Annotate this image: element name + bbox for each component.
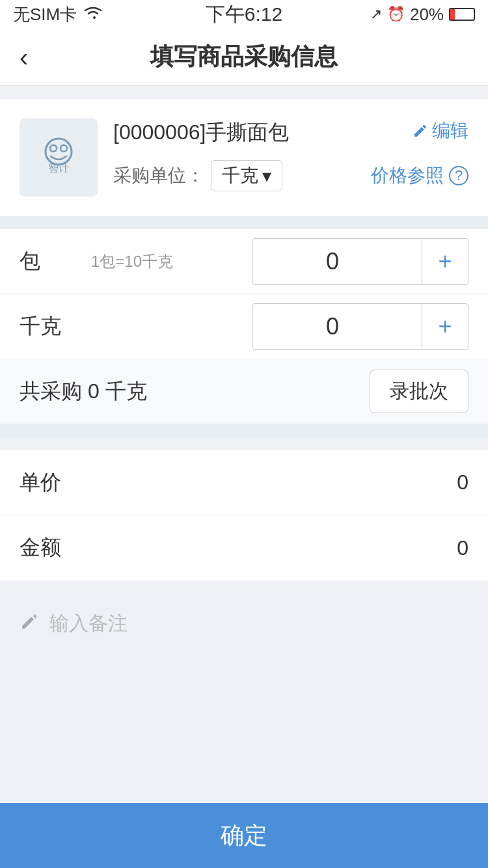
product-header: [0000006]手撕面包 编辑 [113,118,468,147]
total-text: 共采购 0 千克 [20,377,147,406]
price-section: 单价 0 金额 0 [0,450,488,580]
location-icon: ↗ [370,6,382,23]
svg-text:智计: 智计 [48,163,69,174]
alarm-icon: ⏰ [387,6,405,23]
status-bar-right: ↗ ⏰ 20% [370,5,475,25]
wifi-icon [83,5,103,25]
kg-label: 千克 [20,312,85,341]
svg-point-2 [61,145,67,152]
confirm-button[interactable]: 确定 [0,803,488,868]
unit-price-row: 单价 0 [0,450,488,515]
bao-sublabel: 1包=10千克 [91,251,252,272]
kg-row: 千克 + [0,294,488,359]
status-bar: 无SIM卡 下午6:12 ↗ ⏰ 20% [0,0,488,29]
status-bar-left: 无SIM卡 [13,3,103,26]
carrier-text: 无SIM卡 [13,3,77,26]
note-placeholder: 输入备注 [49,610,128,637]
batch-button[interactable]: 录批次 [370,370,468,413]
bao-input-wrap: + [252,238,468,285]
product-image: 智计 [20,118,98,197]
unit-price-value: 0 [457,470,468,495]
nav-bar: ‹ 填写商品采购信息 [0,29,488,86]
product-logo: 智计 [33,135,85,180]
battery-percent: 20% [410,5,444,25]
main-content: 智计 [0000006]手撕面包 编辑 采购单位： 千克 ▾ [0,99,488,868]
unit-select[interactable]: 千克 ▾ [211,160,282,191]
bao-label: 包 [20,247,85,276]
product-name: [0000006]手撕面包 [113,118,289,147]
confirm-button-label: 确定 [221,820,267,852]
product-card: 智计 [0000006]手撕面包 编辑 采购单位： 千克 ▾ [0,99,488,216]
amount-value: 0 [457,536,468,560]
kg-input-wrap: + [252,303,468,350]
price-ref-icon: ? [449,166,468,185]
product-info: [0000006]手撕面包 编辑 采购单位： 千克 ▾ 价格参照 [113,118,468,191]
product-unit-row: 采购单位： 千克 ▾ 价格参照 ? [113,160,468,191]
section-divider-2 [0,424,488,437]
unit-value: 千克 [222,163,258,188]
total-row: 共采购 0 千克 录批次 [0,359,488,424]
status-bar-time: 下午6:12 [206,1,282,28]
edit-button[interactable]: 编辑 [413,118,468,143]
svg-point-0 [46,139,72,165]
amount-row: 金额 0 [0,515,488,580]
back-button[interactable]: ‹ [20,38,41,77]
note-section[interactable]: 输入备注 [0,593,488,654]
unit-label: 采购单位： [113,163,204,188]
section-divider-1 [0,216,488,229]
page-title: 填写商品采购信息 [150,41,338,73]
bao-plus-button[interactable]: + [422,238,468,285]
kg-plus-button[interactable]: + [422,303,468,350]
price-ref-label: 价格参照 [371,163,444,188]
bao-row: 包 1包=10千克 + [0,229,488,294]
pencil-icon [20,612,39,636]
input-section: 包 1包=10千克 + 千克 + [0,229,488,359]
kg-input[interactable] [252,303,422,350]
dropdown-icon: ▾ [262,165,271,187]
price-ref-button[interactable]: 价格参照 ? [371,163,468,188]
unit-price-label: 单价 [20,468,61,497]
amount-label: 金额 [20,534,61,562]
bao-input[interactable] [252,238,422,285]
battery-icon [449,8,475,21]
svg-point-1 [50,145,57,152]
